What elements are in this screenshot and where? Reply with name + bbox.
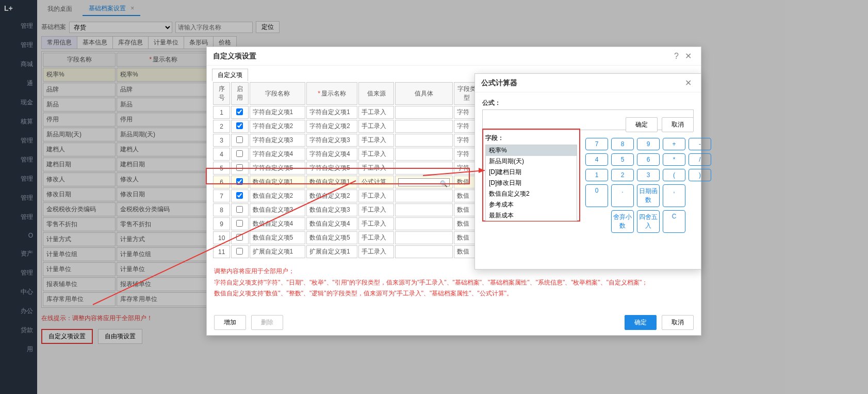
- col-source: 值来源: [358, 82, 394, 105]
- keypad-key[interactable]: ,: [663, 184, 685, 207]
- table-row[interactable]: 7数值自定义项2数值自定义项2手工录入数值: [213, 190, 479, 202]
- keypad-key[interactable]: 日期函数: [637, 184, 660, 207]
- keypad-key[interactable]: 4: [585, 153, 608, 166]
- keypad-key[interactable]: *: [663, 153, 685, 166]
- enable-checkbox[interactable]: [236, 108, 243, 115]
- table-row[interactable]: 1字符自定义项1字符自定义项1手工录入字符: [213, 106, 479, 119]
- field-item[interactable]: 新品周期(天): [486, 156, 577, 167]
- enable-checkbox[interactable]: [236, 220, 243, 227]
- enable-checkbox[interactable]: [236, 234, 243, 241]
- field-item[interactable]: 数值自定义项2: [486, 188, 577, 199]
- table-row[interactable]: 3字符自定义项3字符自定义项3手工录入字符: [213, 134, 479, 147]
- close-icon[interactable]: ✕: [682, 78, 695, 88]
- field-label: 字段：: [485, 134, 577, 143]
- enable-checkbox[interactable]: [236, 150, 243, 157]
- cancel-button[interactable]: 取消: [662, 315, 694, 330]
- search-icon[interactable]: 🔍: [440, 180, 448, 187]
- calc-cancel-button[interactable]: 取消: [662, 117, 694, 132]
- formula-calculator-modal: 公式计算器 ✕ 公式： 字段： 税率%新品周期(天)[D]建档日期[D]修改日期…: [474, 73, 701, 270]
- enable-checkbox[interactable]: [236, 136, 243, 143]
- keypad-key[interactable]: -: [689, 138, 711, 150]
- ok-button[interactable]: 确定: [625, 315, 657, 330]
- notes: 调整内容将应用于全部用户； 字符自定义项支持"字符"、"日期"、"枚举"、"引用…: [214, 266, 694, 300]
- keypad-key[interactable]: 2: [611, 169, 634, 181]
- calc-ok-button[interactable]: 确定: [626, 117, 658, 132]
- field-item[interactable]: [D]修改日期: [486, 178, 577, 188]
- table-row[interactable]: 5字符自定义项5字符自定义项5手工录入字符: [213, 162, 479, 175]
- enable-checkbox[interactable]: [236, 164, 243, 171]
- field-item[interactable]: 参考成本: [486, 199, 577, 210]
- enable-checkbox[interactable]: [236, 178, 243, 185]
- table-row[interactable]: 9数值自定义项4数值自定义项4手工录入数值: [213, 217, 479, 230]
- keypad-key[interactable]: .: [611, 184, 634, 207]
- enable-checkbox[interactable]: [236, 122, 243, 129]
- col-field: 字段名称: [250, 82, 305, 105]
- enable-checkbox[interactable]: [236, 206, 243, 213]
- col-seq: 序号: [213, 82, 230, 105]
- field-item[interactable]: 税率%: [486, 145, 577, 156]
- field-list[interactable]: 税率%新品周期(天)[D]建档日期[D]修改日期数值自定义项2参考成本最新成本平…: [485, 145, 577, 221]
- calc-title: 公式计算器: [481, 78, 682, 88]
- keypad-key[interactable]: 四舍五入: [637, 210, 660, 233]
- modal-title: 自定义项设置: [213, 52, 671, 61]
- keypad-key[interactable]: +: [663, 138, 685, 150]
- keypad-key[interactable]: C: [663, 210, 685, 233]
- keypad-key[interactable]: 3: [637, 169, 660, 181]
- enable-checkbox[interactable]: [236, 192, 243, 199]
- keypad-key[interactable]: 9: [637, 138, 660, 150]
- help-icon[interactable]: ?: [671, 52, 682, 61]
- table-row[interactable]: 2字符自定义项2字符自定义项2手工录入字符: [213, 120, 479, 133]
- keypad-key[interactable]: 7: [585, 138, 608, 150]
- table-row[interactable]: 8数值自定义项3数值自定义项3手工录入数值: [213, 203, 479, 216]
- custom-table: 序号 启用 字段名称 显示名称 值来源 值具体 字段类型 1字符自定义项1字符自…: [212, 81, 480, 259]
- keypad-key[interactable]: 8: [611, 138, 634, 150]
- keypad-key[interactable]: 5: [611, 153, 634, 166]
- field-box-highlight: 字段： 税率%新品周期(天)[D]建档日期[D]修改日期数值自定义项2参考成本最…: [482, 129, 580, 222]
- keypad-key[interactable]: 0: [585, 184, 608, 207]
- col-display: 显示名称: [306, 82, 357, 105]
- delete-button[interactable]: 删除: [251, 315, 283, 330]
- keypad-key[interactable]: 舍弃小数: [611, 210, 634, 233]
- enable-checkbox[interactable]: [236, 248, 243, 255]
- close-icon[interactable]: ✕: [682, 51, 695, 61]
- field-item[interactable]: [D]建档日期: [486, 167, 577, 178]
- table-row[interactable]: 6数值自定义项1数值自定义项1公式计算🔍数值: [213, 176, 479, 188]
- keypad-key[interactable]: (: [663, 169, 685, 181]
- table-row[interactable]: 11扩展自定义项1扩展自定义项1手工录入数值: [213, 245, 479, 258]
- field-item[interactable]: 最新成本: [486, 210, 577, 221]
- keypad-key[interactable]: ): [689, 169, 711, 181]
- col-value: 值具体: [395, 82, 453, 105]
- table-row[interactable]: 10数值自定义项5数值自定义项5手工录入数值: [213, 231, 479, 244]
- keypad-key[interactable]: /: [689, 153, 711, 166]
- col-enable: 启用: [231, 82, 248, 105]
- inner-tab-custom[interactable]: 自定义项: [212, 69, 248, 81]
- formula-label: 公式：: [482, 99, 694, 107]
- add-button[interactable]: 增加: [214, 315, 246, 330]
- keypad-key[interactable]: 6: [637, 153, 660, 166]
- table-row[interactable]: 4字符自定义项4字符自定义项4手工录入字符: [213, 148, 479, 161]
- keypad-key[interactable]: 1: [585, 169, 608, 181]
- keypad: 789+-456*/123()0.日期函数,舍弃小数四舍五入C: [585, 138, 711, 233]
